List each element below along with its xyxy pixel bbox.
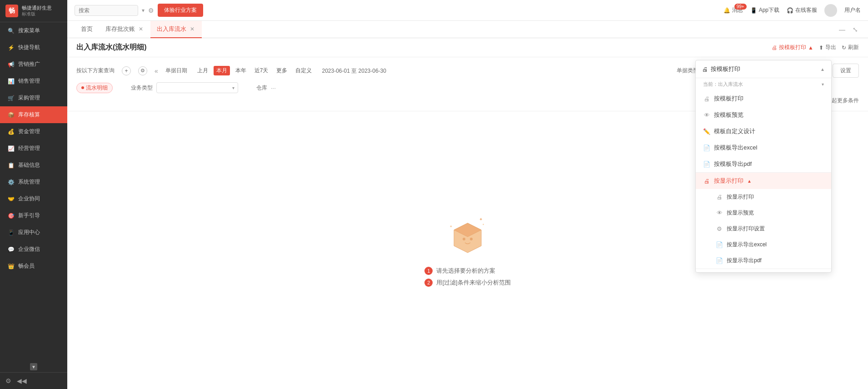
display-section-label: 按显示打印 [714,177,743,185]
print-template-label: 按模板打印 [779,44,806,51]
finance-icon: 💰 [7,128,15,135]
template-export-excel-label: 按模板导出excel [714,144,757,152]
date-custom[interactable]: 自定义 [293,66,314,75]
date-last-month[interactable]: 上月 [195,66,211,75]
sidebar-item-coop[interactable]: 🤝 企业协同 [0,190,67,207]
tab-batch-account-close[interactable]: ✕ [138,26,144,32]
window-minimize-button[interactable]: — [836,25,848,34]
date-this-year[interactable]: 本年 [233,66,249,75]
set-default-item[interactable]: ⚙ 设置默认功能 ▾ [696,269,831,272]
sidebar-item-quick-nav[interactable]: ⚡ 快捷导航 [0,39,67,56]
sidebar-settings-button[interactable]: ⚙ [5,377,11,384]
export-button[interactable]: ⬆ 导出 [819,44,836,51]
date-7days[interactable]: 近7天 [252,66,271,75]
sidebar-item-label: 库存核算 [18,111,40,119]
template-export-excel-icon: 📄 [703,144,710,151]
display-preview-label: 按显示预览 [727,209,754,217]
current-template-label: 当前：出入库流水 [703,81,743,88]
display-export-excel-item[interactable]: 📄 按显示导出excel [699,237,831,253]
template-section: 🖨 按模板打印 👁 按模板预览 ✏️ 模板自定义设计 [696,90,831,173]
quick-nav-icon: ⚡ [7,44,15,51]
vip-icon: 👑 [7,263,15,270]
step-1-text: 请先选择要分析的方案 [436,267,495,275]
user-name: 用户名 [844,6,861,14]
sidebar-item-system[interactable]: ⚙️ 系统管理 [0,174,67,190]
sidebar-item-apps[interactable]: 📱 应用中心 [0,224,67,241]
template-export-pdf-item[interactable]: 📄 按模板导出pdf [696,156,831,172]
warehouse-more[interactable]: ··· [271,85,276,91]
business-type-select[interactable] [156,82,238,93]
template-export-excel-item[interactable]: 📄 按模板导出excel [696,140,831,156]
display-preview-item[interactable]: 👁 按显示预览 [699,205,831,221]
trial-button[interactable]: 体验行业方案 [158,4,203,17]
template-custom-label: 模板自定义设计 [714,127,755,135]
display-section-collapse[interactable]: ▲ [747,179,752,184]
template-print-item[interactable]: 🖨 按模板打印 [696,90,831,107]
sidebar-nav: 🔍 搜索菜单 ⚡ 快捷导航 📢 营销推广 📊 销售管理 🛒 采购管理 📦 [0,22,67,361]
display-section: 🖨 按显示打印 ▲ 🖨 按显示打印 👁 [696,173,831,269]
sales-icon: 📊 [7,78,15,85]
display-export-pdf-label: 按显示导出pdf [727,257,762,264]
display-settings-item[interactable]: ⚙ 按显示打印设置 [699,221,831,237]
topbar-search-input[interactable] [75,5,138,16]
sidebar-collapse-button[interactable]: ◀◀ [17,377,27,384]
refresh-icon: ↻ [842,45,846,51]
customer-service-button[interactable]: 🎧 在线客服 [787,6,817,14]
dropdown-header-collapse[interactable]: ▲ [820,67,825,72]
template-custom-item[interactable]: ✏️ 模板自定义设计 [696,123,831,140]
date-label: 单据日期 [165,67,187,75]
operations-icon: 📈 [7,145,15,152]
sidebar-item-label: 系统管理 [18,178,40,186]
sidebar-item-sales[interactable]: 📊 销售管理 [0,73,67,90]
guide-icon: 🎯 [7,212,15,219]
svg-text:✦: ✦ [479,217,483,222]
sidebar-item-inventory[interactable]: 📦 库存核算 [0,106,67,123]
settings-button[interactable]: 设置 [833,64,859,78]
sidebar-item-marketing[interactable]: 📢 营销推广 [0,56,67,73]
empty-steps: 1 请先选择要分析的方案 2 用[过滤]条件来缩小分析范围 [424,267,510,287]
sidebar-item-wechat[interactable]: 💬 企业微信 [0,241,67,258]
filter-collapse-button[interactable]: « [155,67,158,75]
tab-home[interactable]: 首页 [75,21,99,38]
tab-batch-account-label: 库存批次账 [105,25,135,33]
app-download-button[interactable]: 📱 App下载 [750,6,779,14]
page-header: 出入库流水(流水明细) 🖨 按模板打印 ▲ ⬆ 导出 ↻ 刷新 [67,38,868,57]
sidebar-item-guide[interactable]: 🎯 新手引导 [0,207,67,224]
sidebar-item-vip[interactable]: 👑 畅会员 [0,258,67,274]
notifications-badge: 99+ [734,4,747,10]
app-name: 畅捷通好生意 [22,5,52,11]
template-export-pdf-label: 按模板导出pdf [714,160,752,168]
sidebar-item-finance[interactable]: 💰 资金管理 [0,123,67,140]
filter-settings-button[interactable]: ⚙ [138,66,147,75]
tab-inout-flow[interactable]: 出入库流水 ✕ [150,21,202,38]
display-export-pdf-item[interactable]: 📄 按显示导出pdf [699,253,831,269]
inventory-icon: 📦 [7,111,15,119]
user-avatar[interactable] [824,4,837,17]
export-icon: ⬆ [819,45,823,51]
page-title: 出入库流水(流水明细) [76,43,147,52]
sidebar-item-purchase[interactable]: 🛒 采购管理 [0,90,67,106]
refresh-button[interactable]: ↻ 刷新 [842,44,859,51]
filter-add-button[interactable]: + [122,66,131,75]
topbar-gear-button[interactable]: ⚙ [148,7,154,14]
window-expand-button[interactable]: ⤡ [850,25,861,34]
date-this-month[interactable]: 本月 [214,66,230,75]
sidebar-scroll-down[interactable]: ▼ [30,363,37,370]
notifications-button[interactable]: 🔔 消息 99+ [723,6,743,14]
apps-icon: 📱 [7,229,15,236]
export-label: 导出 [825,44,836,51]
date-more[interactable]: 更多 [274,66,290,75]
template-preview-item[interactable]: 👁 按模板预览 [696,107,831,123]
main-content: ▾ ⚙ 体验行业方案 🔔 消息 99+ 📱 App下载 🎧 在线客服 [67,0,868,389]
sidebar-item-search[interactable]: 🔍 搜索菜单 [0,22,67,39]
print-template-button[interactable]: 🖨 按模板打印 ▲ [772,44,813,51]
topbar-dropdown-button[interactable]: ▾ [142,7,145,14]
tab-batch-account[interactable]: 库存批次账 ✕ [99,21,150,38]
step-1-number: 1 [424,267,433,275]
display-print-item[interactable]: 🖨 按显示打印 [699,189,831,205]
display-section-header-item[interactable]: 🖨 按显示打印 ▲ [696,173,831,189]
display-print-main-icon: 🖨 [703,177,710,185]
sidebar-item-basic[interactable]: 📋 基础信息 [0,157,67,174]
tab-inout-flow-close[interactable]: ✕ [189,26,195,32]
sidebar-item-operations[interactable]: 📈 经营管理 [0,140,67,157]
